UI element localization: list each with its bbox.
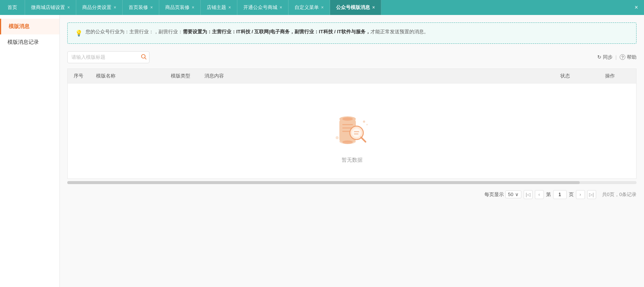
tab-custom-menu[interactable]: 自定义菜单 ×	[289, 0, 330, 15]
data-table: 序号 模版名称 模版类型 消息内容 状态 操作	[67, 68, 637, 179]
help-label: 帮助	[627, 54, 637, 61]
info-banner-text: 您的公众号行业为：主营行业：，副营行业：需要设置为：主营行业：IT科技 / 互联…	[86, 28, 429, 36]
sidebar-item-template-message[interactable]: 模版消息	[0, 19, 59, 34]
info-banner: 💡 您的公众号行业为：主营行业：，副营行业：需要设置为：主营行业：IT科技 / …	[67, 22, 637, 44]
pagination: 每页显示 50 ∨ |◁ ‹ 第 页 › ▷| 共0页，0条记录	[67, 188, 637, 201]
info-banner-prefix: 您的公众号行业为：主营行业：，副营行业：	[86, 29, 183, 34]
tab-open-mall[interactable]: 开通公众号商城 ×	[237, 0, 289, 15]
col-type: 模版类型	[165, 68, 198, 83]
tab-homepage-design[interactable]: 首页装修 ×	[123, 0, 159, 15]
page-size-chevron-icon: ∨	[515, 192, 519, 197]
tab-template-msg-close[interactable]: ×	[372, 5, 375, 10]
tab-custom-menu-close[interactable]: ×	[321, 5, 324, 10]
tab-product-design-label: 商品页装修	[165, 4, 189, 11]
prev-page-button[interactable]: ‹	[535, 190, 544, 199]
tab-bar: 首页 微商城店铺设置 × 商品分类设置 × 首页装修 × 商品页装修 × 店铺主…	[0, 0, 644, 15]
page-label-prefix: 第	[546, 191, 551, 198]
svg-line-12	[361, 137, 366, 142]
page-size-value: 50	[508, 192, 513, 197]
tab-category-settings-label: 商品分类设置	[82, 4, 111, 11]
svg-point-17	[336, 136, 339, 139]
tab-shop-settings-label: 微商城店铺设置	[31, 4, 65, 11]
prev-page-icon: ‹	[539, 192, 540, 197]
tab-home[interactable]: 首页	[0, 0, 25, 15]
tab-open-mall-label: 开通公众号商城	[243, 4, 277, 11]
svg-point-16	[366, 124, 368, 125]
first-page-button[interactable]: |◁	[524, 190, 533, 199]
tab-category-settings[interactable]: 商品分类设置 ×	[76, 0, 123, 15]
tab-template-msg[interactable]: 公众号模版消息 ×	[330, 0, 381, 15]
layout: 模版消息 模版消息记录 💡 您的公众号行业为：主营行业：，副营行业：需要设置为：…	[0, 15, 644, 287]
page-size-dropdown[interactable]: 50 ∨	[505, 190, 521, 198]
tab-shop-theme-close[interactable]: ×	[228, 5, 231, 10]
info-banner-highlight: 需要设置为：主营行业：IT科技 / 互联网|电子商务，副营行业：IT科技 / I…	[183, 29, 370, 34]
sidebar: 模版消息 模版消息记录	[0, 15, 60, 287]
sync-icon: ↻	[597, 54, 601, 60]
next-page-icon: ›	[580, 192, 581, 197]
col-status: 状态	[554, 68, 599, 83]
help-icon: ?	[620, 54, 625, 60]
sidebar-item-template-message-log[interactable]: 模版消息记录	[0, 34, 59, 50]
empty-state: 暂无数据	[68, 83, 636, 178]
info-banner-suffix: 才能正常发送预置的消息。	[370, 29, 429, 34]
search-input[interactable]	[67, 51, 150, 63]
total-info: 共0页，0条记录	[602, 191, 637, 198]
svg-line-1	[145, 58, 147, 59]
sync-button[interactable]: ↻ 同步	[597, 54, 613, 61]
help-button[interactable]: ? 帮助	[620, 54, 637, 61]
search-bar: ↻ 同步 | ? 帮助	[67, 51, 637, 63]
svg-point-6	[342, 140, 353, 144]
scrollbar-thumb[interactable]	[67, 181, 580, 184]
toolbar-right: ↻ 同步 | ? 帮助	[597, 54, 637, 61]
main-content: 💡 您的公众号行业为：主营行业：，副营行业：需要设置为：主营行业：IT科技 / …	[60, 15, 644, 287]
tab-shop-settings[interactable]: 微商城店铺设置 ×	[25, 0, 76, 15]
scrollbar-track[interactable]	[67, 181, 637, 184]
tab-homepage-design-close[interactable]: ×	[150, 5, 153, 10]
table-header-row: 序号 模版名称 模版类型 消息内容 状态 操作	[68, 68, 637, 83]
col-action: 操作	[599, 68, 637, 83]
col-name: 模版名称	[90, 68, 165, 83]
search-input-wrap	[67, 51, 150, 63]
tab-custom-menu-label: 自定义菜单	[295, 4, 319, 11]
tab-category-settings-close[interactable]: ×	[114, 5, 116, 10]
next-page-button[interactable]: ›	[576, 190, 585, 199]
per-page-label: 每页显示	[484, 191, 504, 198]
tab-home-label: 首页	[7, 4, 17, 11]
svg-point-15	[363, 120, 365, 123]
svg-point-5	[342, 117, 353, 120]
tab-product-design[interactable]: 商品页装修 ×	[159, 0, 201, 15]
tab-open-mall-close[interactable]: ×	[280, 5, 282, 10]
col-content: 消息内容	[198, 68, 554, 83]
tab-template-msg-label: 公众号模版消息	[336, 4, 370, 11]
global-close-button[interactable]: ×	[629, 0, 644, 15]
page-label-suffix: 页	[569, 191, 574, 198]
first-page-icon: |◁	[526, 192, 530, 197]
page-number-input[interactable]	[553, 190, 567, 199]
col-index: 序号	[68, 68, 90, 83]
tab-shop-settings-close[interactable]: ×	[67, 5, 70, 10]
search-button[interactable]	[141, 54, 147, 61]
tab-product-design-close[interactable]: ×	[192, 5, 194, 10]
page-size-select: 每页显示 50 ∨	[484, 190, 521, 198]
bulb-icon: 💡	[75, 28, 83, 38]
tab-homepage-design-label: 首页装修	[129, 4, 148, 11]
tab-shop-theme[interactable]: 店铺主题 ×	[201, 0, 237, 15]
svg-point-11	[352, 128, 361, 137]
empty-state-text: 暂无数据	[342, 157, 363, 164]
empty-state-row: 暂无数据	[68, 83, 637, 178]
last-page-icon: ▷|	[589, 192, 594, 197]
sync-label: 同步	[603, 54, 613, 61]
toolbar-divider: |	[616, 54, 617, 60]
tab-shop-theme-label: 店铺主题	[207, 4, 226, 11]
last-page-button[interactable]: ▷|	[587, 190, 596, 199]
empty-state-icon	[330, 106, 375, 151]
